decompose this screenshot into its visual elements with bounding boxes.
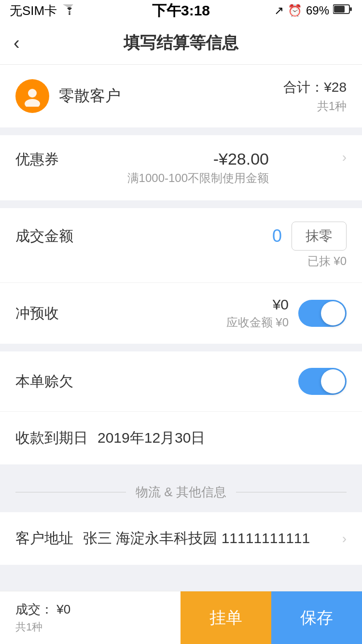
debt-toggle[interactable] xyxy=(298,368,347,395)
toggle-knob xyxy=(321,301,345,325)
logistics-header: 物流 & 其他信息 xyxy=(0,472,362,512)
debt-label: 本单赊欠 xyxy=(15,372,73,392)
svg-point-5 xyxy=(25,99,40,107)
prepay-center: ¥0 应收金额 ¥0 xyxy=(59,296,289,330)
address-label: 客户地址 xyxy=(15,529,73,548)
debt-toggle-knob xyxy=(321,369,345,393)
logistics-text: 物流 & 其他信息 xyxy=(136,484,226,501)
status-left: 无SIM卡 xyxy=(10,2,77,19)
coupon-discount: -¥28.00 xyxy=(127,150,269,168)
hold-button[interactable]: 挂单 xyxy=(181,591,271,644)
back-button[interactable]: ‹ xyxy=(14,34,20,52)
nav-bar: ‹ 填写结算等信息 xyxy=(0,21,362,65)
total-label: 合计：¥28 xyxy=(283,78,347,97)
address-section[interactable]: 客户地址 张三 海淀永丰科技园 11111111111 › xyxy=(0,512,362,565)
amount-row: 成交金额 0 抹零 xyxy=(15,222,347,251)
round-button[interactable]: 抹零 xyxy=(292,222,347,251)
customer-left: 零散客户 xyxy=(15,79,121,113)
status-bar: 无SIM卡 下午3:18 ↗ ⏰ 69% xyxy=(0,0,362,21)
bottom-info: 成交： ¥0 共1种 xyxy=(0,591,181,644)
alarm-icon: ⏰ xyxy=(288,4,302,17)
svg-rect-2 xyxy=(334,6,345,13)
coupon-chevron-icon: › xyxy=(342,150,347,165)
logistics-line-right xyxy=(236,492,347,492)
prepay-hint: 应收金额 ¥0 xyxy=(59,315,289,330)
customer-name: 零散客户 xyxy=(59,85,121,107)
coupon-label: 优惠券 xyxy=(15,150,59,169)
prepay-row: 冲预收 ¥0 应收金额 ¥0 xyxy=(0,282,362,344)
bottom-bar: 成交： ¥0 共1种 挂单 保存 xyxy=(0,591,362,644)
svg-point-4 xyxy=(28,89,37,98)
svg-point-0 xyxy=(69,13,70,15)
status-time: 下午3:18 xyxy=(152,1,210,21)
address-row[interactable]: 客户地址 张三 海淀永丰科技园 11111111111 › xyxy=(0,512,362,565)
status-right: ↗ ⏰ 69% xyxy=(274,4,352,17)
transaction-label: 成交金额 xyxy=(15,226,73,246)
svg-rect-3 xyxy=(350,7,352,11)
customer-total: 合计：¥28 共1种 xyxy=(283,78,347,114)
transaction-value[interactable]: 0 xyxy=(272,226,282,246)
due-date-value: 2019年12月30日 xyxy=(97,428,205,448)
customer-section: 零散客户 合计：¥28 共1种 xyxy=(0,65,362,127)
battery-text: 69% xyxy=(306,4,329,17)
customer-row: 零散客户 合计：¥28 共1种 xyxy=(0,65,362,127)
due-date-row: 收款到期日 2019年12月30日 xyxy=(0,411,362,464)
coupon-section[interactable]: 优惠券 -¥28.00 满1000-100不限制使用金额 › xyxy=(0,135,362,200)
location-icon: ↗ xyxy=(274,4,284,17)
transaction-section: 成交金额 0 抹零 已抹 ¥0 冲预收 ¥0 应收金额 ¥0 xyxy=(0,208,362,344)
debt-section: 本单赊欠 收款到期日 2019年12月30日 xyxy=(0,351,362,464)
amount-section: 成交金额 0 抹零 已抹 ¥0 xyxy=(0,208,362,282)
deal-count: 共1种 xyxy=(15,620,165,634)
wifi-icon xyxy=(62,3,77,18)
address-chevron-icon: › xyxy=(342,531,347,546)
prepay-label: 冲预收 xyxy=(15,304,59,323)
prepay-value: ¥0 xyxy=(59,296,289,313)
prepay-toggle[interactable] xyxy=(298,300,347,327)
total-count: 共1种 xyxy=(283,98,347,114)
debt-row: 本单赊欠 xyxy=(0,351,362,411)
deal-amount: 成交： ¥0 xyxy=(15,601,165,618)
page-title: 填写结算等信息 xyxy=(124,32,238,54)
carrier-text: 无SIM卡 xyxy=(10,2,57,19)
save-button[interactable]: 保存 xyxy=(271,591,362,644)
transaction-sub: 已抹 ¥0 xyxy=(15,253,347,269)
battery-icon xyxy=(333,4,352,17)
coupon-right: -¥28.00 满1000-100不限制使用金额 xyxy=(127,150,269,186)
avatar xyxy=(15,79,49,113)
coupon-hint: 满1000-100不限制使用金额 xyxy=(127,170,269,186)
due-date-label: 收款到期日 xyxy=(15,428,88,448)
coupon-row[interactable]: 优惠券 -¥28.00 满1000-100不限制使用金额 › xyxy=(0,135,362,200)
logistics-line-left xyxy=(15,492,126,492)
address-value: 张三 海淀永丰科技园 11111111111 xyxy=(83,529,328,548)
